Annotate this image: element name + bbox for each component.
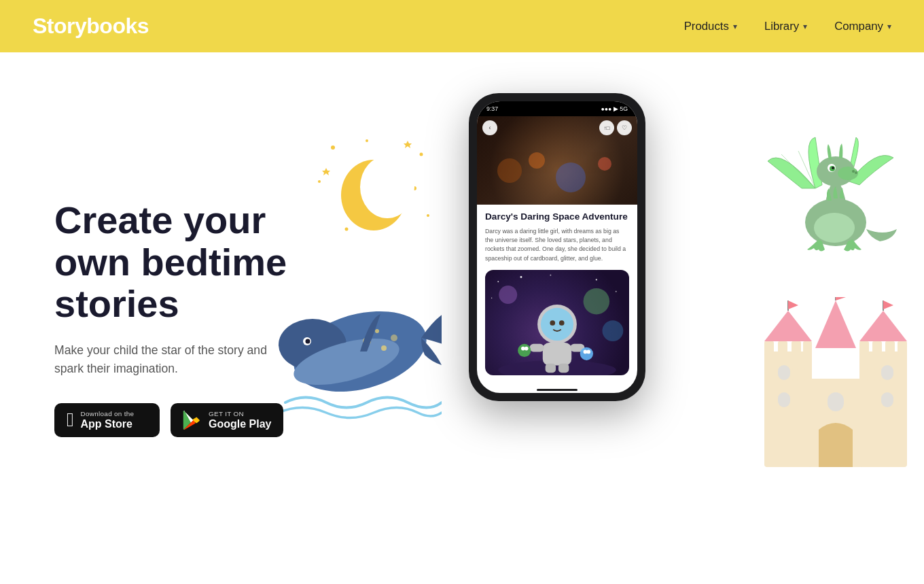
svg-marker-81 [883, 300, 893, 309]
svg-point-46 [580, 347, 593, 360]
nav-products[interactable]: Products ▾ [684, 20, 737, 33]
svg-point-26 [550, 274, 551, 275]
svg-rect-66 [803, 341, 812, 355]
svg-point-32 [602, 320, 623, 341]
svg-point-10 [360, 156, 414, 218]
app-store-sublabel: Download on the [81, 410, 135, 417]
hero-subtitle: Make your child the star of the story an… [54, 341, 299, 379]
svg-rect-85 [881, 365, 893, 380]
svg-rect-42 [558, 363, 569, 372]
svg-rect-70 [898, 341, 907, 355]
hero-section: Create your own bedtime stories Make you… [0, 52, 924, 584]
phone-mockup: 9:37 ●●● ▶ 5G ‹ ↑□ ♡ [469, 93, 645, 401]
svg-point-30 [584, 288, 610, 315]
back-button[interactable]: ‹ [482, 120, 497, 135]
svg-rect-63 [764, 341, 774, 355]
hero-left: Create your own bedtime stories Make you… [54, 199, 340, 437]
svg-rect-88 [828, 392, 844, 411]
svg-marker-8 [404, 141, 412, 148]
phone-nav-bar: ‹ ↑□ ♡ [482, 120, 632, 135]
chevron-down-icon: ▾ [803, 22, 807, 31]
svg-rect-38 [543, 343, 571, 366]
phone-story-text: Darcy was a daring little girl, with dre… [485, 227, 629, 263]
svg-rect-64 [778, 341, 787, 355]
app-store-name: App Store [81, 417, 135, 430]
phone-status-bar: 9:37 ●●● ▶ 5G [477, 101, 637, 116]
svg-point-37 [559, 320, 565, 326]
share-button[interactable]: ↑□ [599, 120, 614, 135]
svg-point-21 [529, 152, 545, 169]
svg-point-58 [832, 167, 834, 169]
google-play-name: Google Play [209, 417, 271, 430]
svg-rect-86 [778, 392, 790, 407]
app-store-button[interactable]:  Download on the App Store [54, 403, 160, 437]
svg-marker-76 [859, 311, 907, 341]
chevron-down-icon: ▾ [733, 22, 737, 31]
google-play-button[interactable]: GET IT ON Google Play [171, 403, 283, 437]
svg-rect-67 [859, 341, 869, 355]
store-buttons:  Download on the App Store GET IT ON Go… [54, 403, 340, 437]
svg-point-54 [852, 170, 855, 173]
svg-rect-87 [881, 392, 893, 407]
svg-point-27 [596, 279, 597, 280]
phone-time: 9:37 [486, 105, 498, 112]
phone-outer: 9:37 ●●● ▶ 5G ‹ ↑□ ♡ [469, 93, 645, 401]
phone-story-image: ‹ ↑□ ♡ [477, 116, 637, 205]
svg-rect-73 [867, 368, 875, 381]
svg-point-15 [381, 345, 387, 351]
svg-rect-68 [872, 341, 882, 355]
svg-point-35 [541, 308, 573, 341]
svg-marker-77 [815, 300, 856, 348]
svg-rect-39 [530, 344, 544, 352]
svg-rect-72 [797, 368, 805, 381]
castle-decoration [747, 297, 924, 474]
svg-rect-65 [792, 341, 801, 355]
svg-point-24 [497, 281, 499, 282]
svg-point-4 [318, 180, 321, 183]
svg-rect-41 [546, 363, 556, 372]
svg-point-36 [550, 320, 555, 326]
svg-point-0 [331, 145, 335, 150]
svg-point-20 [497, 158, 522, 183]
svg-point-17 [391, 334, 397, 341]
svg-marker-83 [836, 297, 846, 300]
home-indicator [537, 389, 578, 391]
svg-point-25 [520, 276, 522, 278]
phone-story-illustration [485, 270, 629, 375]
chevron-down-icon: ▾ [887, 22, 891, 31]
svg-point-6 [427, 214, 429, 217]
hero-title: Create your own bedtime stories [54, 199, 340, 325]
navbar: Storybooks Products ▾ Library ▾ Company … [0, 0, 924, 52]
phone-signal: ●●● ▶ 5G [601, 105, 628, 112]
svg-point-1 [420, 153, 423, 156]
apple-icon:  [67, 410, 74, 430]
svg-point-43 [518, 344, 531, 357]
svg-rect-69 [885, 341, 895, 355]
svg-marker-75 [764, 311, 812, 341]
svg-point-29 [491, 297, 493, 298]
google-play-icon [183, 411, 202, 430]
nav-library[interactable]: Library ▾ [764, 20, 807, 33]
nav-company[interactable]: Company ▾ [834, 20, 891, 33]
svg-point-55 [855, 171, 857, 174]
phone-story-title: Darcy's Daring Space Adventure [485, 211, 629, 223]
svg-marker-79 [788, 300, 798, 309]
site-logo[interactable]: Storybooks [33, 14, 149, 39]
phone-inner: 9:37 ●●● ▶ 5G ‹ ↑□ ♡ [477, 101, 637, 393]
space-scene-svg [485, 270, 629, 375]
svg-point-45 [525, 346, 529, 350]
svg-point-22 [556, 162, 586, 192]
svg-point-2 [366, 139, 368, 142]
svg-point-5 [345, 228, 349, 231]
phone-home-area [477, 385, 637, 393]
svg-point-28 [616, 290, 617, 292]
google-play-sublabel: GET IT ON [209, 410, 271, 417]
favorite-button[interactable]: ♡ [617, 120, 632, 135]
space-art [482, 150, 632, 205]
svg-point-59 [814, 213, 855, 243]
svg-marker-7 [322, 168, 330, 175]
svg-rect-84 [778, 365, 790, 380]
svg-point-48 [586, 349, 590, 354]
dragon-decoration [761, 134, 910, 270]
svg-point-23 [598, 157, 611, 171]
